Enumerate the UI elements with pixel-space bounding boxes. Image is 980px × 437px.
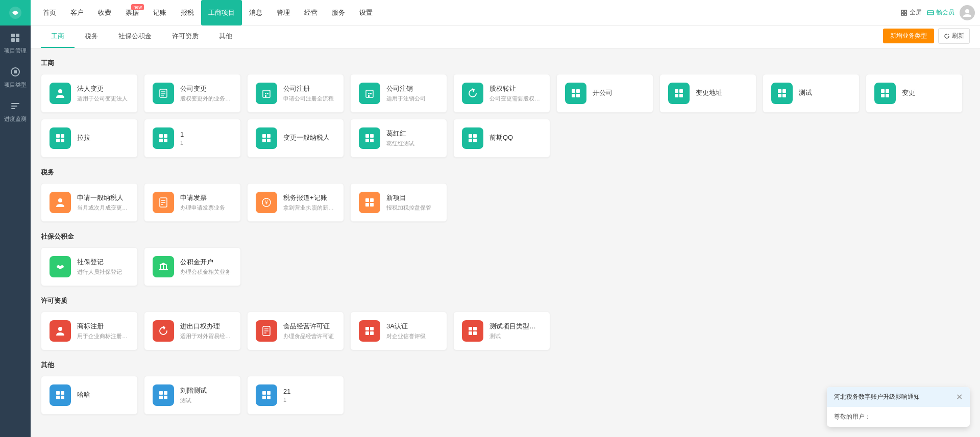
card-icon-company-cancel [359, 83, 380, 104]
svg-rect-101 [164, 391, 167, 395]
sidebar-item-project-manage-label: 项目管理 [4, 47, 27, 55]
card-equity-transfer[interactable]: 股权转让公司变更需要股权转让 [453, 74, 550, 113]
tax-section: 税务 申请一般纳税人当月或次月成变更完成申请发票办理申请发票业务¥税务报道+记账… [41, 168, 970, 222]
card-apply-taxpayer[interactable]: 申请一般纳税人当月或次月成变更完成 [41, 183, 138, 222]
sidebar-item-progress-monitor-label: 进度监测 [4, 115, 27, 123]
sidebar-logo [0, 0, 31, 25]
nav-manage[interactable]: 管理 [270, 0, 297, 25]
svg-rect-92 [469, 327, 472, 330]
svg-rect-34 [576, 94, 580, 97]
svg-rect-57 [262, 139, 266, 142]
card-icon-3a-cert [359, 320, 380, 342]
sidebar-item-project-type[interactable]: 项目类型 [0, 60, 31, 94]
tab-license[interactable]: 许可资质 [162, 25, 209, 48]
card-open-company[interactable]: 开公司 [556, 74, 653, 113]
card-change-taxpayer[interactable]: 变更一般纳税人 [247, 119, 344, 158]
nav-industry[interactable]: 工商项目 [201, 0, 242, 25]
card-title-social-register: 社保登记 [77, 258, 129, 267]
nav-service[interactable]: 服务 [325, 0, 352, 25]
card-title-apply-invoice: 申请发票 [180, 193, 232, 202]
member-btn[interactable]: 畅会员 [927, 8, 954, 17]
svg-rect-51 [159, 134, 163, 138]
card-desc-test-type: 测试 [489, 332, 542, 340]
card-title-company-change: 公司变更 [180, 84, 232, 93]
sidebar-item-project-manage[interactable]: 项目管理 [0, 25, 31, 60]
card-one[interactable]: 11 [144, 119, 241, 158]
card-test[interactable]: 测试 [763, 74, 860, 113]
notification-popup: 河北税务数字账户升级影响通知 ✕ 尊敬的用户： [827, 387, 970, 427]
refresh-button[interactable]: 刷新 [938, 28, 970, 44]
card-title-3a-cert: 3A认证 [386, 322, 438, 331]
social-section: 社保公积金 社保登记进行人员社保登记公积金开户办理公积金相关业务 [41, 232, 970, 286]
card-twentyone[interactable]: 211 [247, 376, 344, 415]
license-section: 许可资质 商标注册用于企业商标注册服务进出口权办理适用于对外贸易经营者食品经营许… [41, 296, 970, 350]
card-test-type[interactable]: 测试项目类型目定义测试 [453, 312, 550, 350]
card-fund-open[interactable]: 公积金开户办理公积金相关业务 [144, 247, 241, 286]
svg-rect-97 [61, 391, 64, 395]
tab-social[interactable]: 社保公积金 [108, 25, 162, 48]
card-company-register[interactable]: 公司注册申请公司注册全流程 [247, 74, 344, 113]
user-avatar[interactable] [960, 5, 975, 20]
svg-rect-52 [164, 134, 167, 138]
fullscreen-btn[interactable]: 全屏 [900, 8, 922, 17]
card-company-cancel[interactable]: 公司注销适用于注销公司 [350, 74, 447, 113]
sidebar-item-progress-monitor[interactable]: 进度监测 [0, 94, 31, 128]
card-change-address[interactable]: 变更地址 [659, 74, 756, 113]
svg-rect-43 [881, 89, 885, 93]
card-title-haha: 哈哈 [77, 390, 129, 399]
notification-close-btn[interactable]: ✕ [956, 392, 963, 402]
card-social-register[interactable]: 社保登记进行人员社保登记 [41, 247, 138, 286]
svg-rect-96 [56, 391, 60, 395]
card-mohonghong[interactable]: 葛红红葛红红测试 [350, 119, 447, 158]
tab-industry[interactable]: 工商 [41, 25, 75, 48]
card-icon-company-change [153, 83, 174, 104]
card-apply-invoice[interactable]: 申请发票办理申请发票业务 [144, 183, 241, 222]
nav-invoice[interactable]: 票据 new [118, 0, 146, 25]
svg-rect-90 [365, 331, 369, 335]
nav-home[interactable]: 首页 [36, 0, 63, 25]
tab-other[interactable]: 其他 [209, 25, 242, 48]
svg-point-83 [58, 327, 62, 331]
card-trademark[interactable]: 商标注册用于企业商标注册服务 [41, 312, 138, 350]
card-new-project[interactable]: 新项目报税加税控盘保管 [350, 183, 447, 222]
card-title-fund-open: 公积金开户 [180, 258, 232, 267]
card-title-mohonghong: 葛红红 [386, 129, 438, 138]
industry-section: 工商 法人变更适用于公司变更法人公司变更股权变更外的业务变更公司注册申请公司注册… [41, 59, 970, 158]
nav-operation[interactable]: 经营 [297, 0, 325, 25]
card-tax-plus-accounting[interactable]: ¥税务报道+记账拿到营业执照的新公司 [247, 183, 344, 222]
nav-billing[interactable]: 收费 [91, 0, 118, 25]
card-desc-import-export: 适用于对外贸易经营者 [180, 332, 232, 340]
card-lala[interactable]: 拉拉 [41, 119, 138, 158]
invoice-badge: new [131, 4, 144, 10]
card-food-license[interactable]: 食品经营许可证办理食品经营许可证 [247, 312, 344, 350]
card-icon-new-project [359, 192, 380, 213]
svg-rect-105 [267, 391, 271, 395]
svg-rect-80 [163, 265, 164, 269]
svg-rect-76 [365, 203, 369, 207]
card-icon-twentyone [256, 384, 277, 406]
notification-title: 河北税务数字账户升级影响通知 [834, 393, 920, 401]
nav-message[interactable]: 消息 [242, 0, 270, 25]
card-pre-qq[interactable]: 前期QQ [453, 119, 550, 158]
card-import-export[interactable]: 进出口权办理适用于对外贸易经营者 [144, 312, 241, 350]
svg-rect-75 [370, 198, 374, 202]
card-desc-mohonghong: 葛红红测试 [386, 140, 438, 147]
svg-rect-47 [56, 134, 60, 138]
svg-rect-88 [365, 327, 369, 330]
card-title-liupei-test: 刘陪测试 [180, 386, 232, 395]
nav-settings[interactable]: 设置 [352, 0, 380, 25]
nav-customer[interactable]: 客户 [63, 0, 91, 25]
nav-tax[interactable]: 报税 [174, 0, 201, 25]
card-liupei-test[interactable]: 刘陪测试测试 [144, 376, 241, 415]
card-3a-cert[interactable]: 3A认证对企业信誉评级 [350, 312, 447, 350]
add-type-button[interactable]: 新增业务类型 [883, 29, 934, 43]
tab-tax[interactable]: 税务 [75, 25, 108, 48]
card-change[interactable]: 变更 [866, 74, 963, 113]
content-area: 工商 税务 社保公积金 许可资质 其他 新增业务类型 刷新 [31, 25, 980, 437]
card-legal-change[interactable]: 法人变更适用于公司变更法人 [41, 74, 138, 113]
card-haha[interactable]: 哈哈 [41, 376, 138, 415]
svg-rect-13 [904, 13, 906, 15]
card-company-change[interactable]: 公司变更股权变更外的业务变更 [144, 74, 241, 113]
nav-accounting[interactable]: 记账 [146, 0, 174, 25]
svg-rect-1 [11, 34, 15, 37]
